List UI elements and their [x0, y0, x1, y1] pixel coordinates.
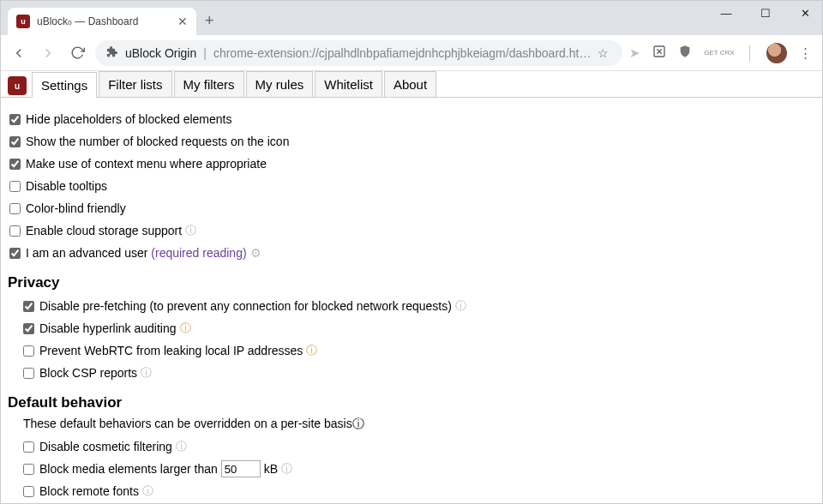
context-menu-label: Make use of context menu where appropria…	[26, 154, 267, 173]
window-close-button[interactable]: ✕	[793, 4, 817, 21]
profile-avatar[interactable]	[766, 43, 787, 63]
star-icon[interactable]: ☆	[598, 46, 609, 60]
context-menu-checkbox[interactable]	[9, 159, 21, 170]
csp-checkbox[interactable]	[23, 368, 34, 379]
prefetch-checkbox[interactable]	[23, 301, 34, 312]
window-maximize-button[interactable]: ☐	[754, 4, 778, 21]
media-unit-label: kB	[264, 459, 278, 478]
ublock-logo-icon: u	[8, 76, 27, 95]
media-size-input[interactable]	[221, 460, 261, 477]
tab-whitelist[interactable]: Whitelist	[315, 71, 382, 97]
info-icon[interactable]: ⓘ	[185, 221, 196, 240]
addr-url: chrome-extension://cjpalhdlnbpafiamejdnh…	[213, 46, 592, 60]
info-icon[interactable]: ⓘ	[176, 437, 187, 456]
info-icon[interactable]: ⓘ	[455, 297, 466, 315]
csp-label: Block CSP reports	[39, 363, 137, 382]
cloud-storage-checkbox[interactable]	[9, 225, 21, 237]
show-count-checkbox[interactable]	[9, 136, 21, 147]
info-icon[interactable]: ⓘ	[142, 482, 153, 501]
tab-my-filters[interactable]: My filters	[174, 71, 244, 97]
hide-placeholders-checkbox[interactable]	[9, 114, 21, 125]
info-icon[interactable]: ⓘ	[141, 363, 152, 382]
advanced-user-label: I am an advanced user	[26, 243, 147, 262]
info-icon[interactable]: ⓘ	[281, 459, 292, 478]
default-behavior-heading: Default behavior	[8, 394, 814, 411]
window-minimize-button[interactable]: —	[714, 4, 738, 21]
blocker-icon[interactable]	[652, 45, 666, 61]
hyperlink-audit-label: Disable hyperlink auditing	[39, 319, 177, 338]
default-behavior-note: These default behaviors can be overridde…	[23, 417, 352, 430]
new-tab-button[interactable]: +	[205, 12, 214, 30]
disable-tooltips-checkbox[interactable]	[9, 181, 21, 192]
ublock-favicon: u	[16, 15, 30, 28]
tab-settings[interactable]: Settings	[32, 72, 97, 98]
dashboard-tabstrip: u Settings Filter lists My filters My ru…	[1, 71, 822, 98]
separator-icon: │	[747, 45, 754, 60]
tab-filter-lists[interactable]: Filter lists	[99, 71, 171, 97]
privacy-heading: Privacy	[8, 274, 814, 291]
warn-icon[interactable]: ⓘ	[306, 341, 317, 360]
hyperlink-audit-checkbox[interactable]	[23, 323, 34, 334]
address-bar[interactable]: uBlock Origin | chrome-extension://cjpal…	[95, 40, 622, 66]
tab-title: uBlock₀ — Dashboard	[37, 15, 171, 27]
extension-icon	[105, 45, 118, 61]
webrtc-checkbox[interactable]	[23, 345, 34, 357]
hide-placeholders-label: Hide placeholders of blocked elements	[26, 110, 231, 129]
remote-fonts-checkbox[interactable]	[23, 486, 34, 497]
color-blind-checkbox[interactable]	[9, 203, 21, 214]
cloud-storage-label: Enable cloud storage support	[26, 221, 182, 240]
remote-fonts-label: Block remote fonts	[39, 482, 139, 501]
warn-icon[interactable]: ⓘ	[180, 319, 191, 338]
webrtc-label: Prevent WebRTC from leaking local IP add…	[39, 341, 303, 360]
tab-my-rules[interactable]: My rules	[246, 71, 314, 97]
cosmetic-label: Disable cosmetic filtering	[39, 437, 172, 456]
browser-tab-active[interactable]: u uBlock₀ — Dashboard ✕	[8, 8, 196, 35]
tab-about[interactable]: About	[384, 71, 436, 97]
nav-reload-button[interactable]	[66, 42, 88, 64]
close-tab-icon[interactable]: ✕	[177, 15, 188, 28]
nav-forward-button[interactable]	[37, 42, 59, 64]
info-icon[interactable]: ⓘ	[352, 417, 364, 430]
addr-origin: uBlock Origin	[125, 46, 196, 60]
cosmetic-checkbox[interactable]	[23, 441, 34, 453]
get-crx-icon[interactable]: GET CRX	[704, 50, 734, 57]
ublock-ext-icon[interactable]	[678, 45, 692, 61]
addr-separator: |	[203, 46, 207, 60]
gears-icon[interactable]: ⚙	[250, 243, 261, 262]
browser-tabstrip: u uBlock₀ — Dashboard ✕ + — ☐ ✕	[1, 1, 822, 35]
settings-panel: Hide placeholders of blocked elements Sh…	[1, 98, 822, 503]
advanced-user-checkbox[interactable]	[9, 248, 21, 259]
prefetch-label: Disable pre-fetching (to prevent any con…	[39, 297, 452, 315]
show-count-label: Show the number of blocked requests on t…	[26, 132, 289, 151]
required-reading-link[interactable]: (required reading)	[151, 243, 246, 262]
color-blind-label: Color-blind friendly	[26, 199, 126, 218]
send-icon[interactable]: ➤	[629, 45, 640, 61]
media-label-pre: Block media elements larger than	[39, 459, 218, 478]
nav-back-button[interactable]	[8, 42, 30, 64]
kebab-menu-icon[interactable]: ⋮	[799, 45, 812, 61]
browser-toolbar: uBlock Origin | chrome-extension://cjpal…	[1, 35, 822, 71]
media-checkbox[interactable]	[23, 464, 34, 475]
disable-tooltips-label: Disable tooltips	[26, 177, 107, 195]
